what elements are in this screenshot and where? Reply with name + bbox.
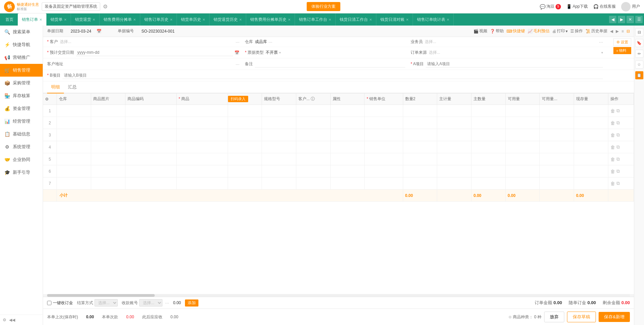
sidebar-item-quick-nav[interactable]: ⚡ 快捷导航 [0, 38, 43, 51]
delete-icon-1[interactable]: 🗑 [610, 108, 615, 114]
user-avatar[interactable]: 用户 [621, 2, 640, 11]
print-btn[interactable]: 🖨 打印 ▾ [552, 28, 568, 34]
sidebar-settings-btn[interactable]: ⚙ [3, 318, 6, 322]
delete-icon-4[interactable]: 🗑 [610, 145, 615, 150]
discard-btn[interactable]: 放弃 [544, 312, 564, 322]
tab-daily-reconcile[interactable]: 钱货日清对账 ✕ [376, 13, 413, 26]
system-title[interactable]: 装备及固定资产辅助管理系统 [42, 2, 100, 11]
calendar-icon-2[interactable]: 📅 [234, 50, 239, 55]
b-project-input[interactable] [63, 72, 603, 79]
prev-btn[interactable]: ◀ [610, 29, 613, 34]
delete-icon-5[interactable]: 🗑 [610, 157, 615, 162]
delete-icon-3[interactable]: 🗑 [610, 132, 615, 138]
copy-icon-4[interactable]: ⧉ [616, 144, 620, 150]
save-new-btn[interactable]: 保存&新增 [599, 312, 630, 322]
sidebar-item-operation[interactable]: 📊 经营管理 [0, 115, 43, 128]
calendar-icon[interactable]: 📅 [97, 29, 102, 34]
tab-return-history[interactable]: 销货退货历史 ✕ [210, 13, 246, 26]
invoice-dropdown-icon[interactable]: ▾ [279, 51, 281, 54]
tab-cost-split[interactable]: 销售费用分摊单 ✕ [100, 13, 140, 26]
tab-invoice-history[interactable]: 销货单历史 ✕ [177, 13, 210, 26]
footer-add-btn[interactable]: 添加 [185, 299, 198, 307]
sidebar-item-guide[interactable]: 🎓 新手引导 [0, 166, 43, 179]
next-btn[interactable]: ▶ [616, 29, 619, 34]
delete-icon-7[interactable]: 🗑 [610, 181, 615, 186]
sidebar-item-finance[interactable]: 💰 资金管理 [0, 102, 43, 115]
nav-prev-btn[interactable]: ◀ [609, 16, 616, 23]
copy-icon-5[interactable]: ⧉ [616, 156, 620, 162]
tab-summary[interactable]: 汇总 [64, 81, 81, 93]
customer-more-btn[interactable]: ··· [235, 39, 239, 45]
tab-close-sales-order[interactable]: ✕ [39, 18, 42, 22]
one-click-checkbox[interactable] [47, 301, 51, 305]
staff-more-btn[interactable]: ··· [599, 39, 603, 45]
help-btn[interactable]: ❓ 帮助 [490, 28, 504, 34]
sidebar-item-marketing[interactable]: 📢 营销推广 [0, 51, 43, 64]
nav-more-btn[interactable]: ☰ [635, 16, 643, 23]
right-icon-3[interactable]: ✏ [635, 50, 643, 58]
right-icon-5[interactable]: 📋 [635, 71, 643, 79]
tab-cost-history[interactable]: 销售费用分摊单历史 ✕ [246, 13, 295, 26]
staff-input[interactable]: 选择... [425, 39, 598, 45]
receipt-more-btn[interactable]: ··· [165, 300, 169, 306]
tab-close-workbench[interactable]: ✕ [329, 18, 331, 22]
settlement-select[interactable]: 选择... [94, 299, 118, 307]
tab-close-daily-workbench[interactable]: ✕ [369, 18, 372, 22]
order-source-input[interactable]: 选择... [429, 50, 600, 55]
copy-icon-3[interactable]: ⧉ [616, 132, 620, 138]
tab-sales-order[interactable]: 销售订单 ✕ [18, 13, 46, 26]
tab-detail[interactable]: 明细 [47, 81, 64, 93]
copy-icon-7[interactable]: ⧉ [616, 180, 620, 186]
settings-icon[interactable]: ⚙ [103, 3, 108, 10]
add-product-btn[interactable]: + 物料 [613, 47, 631, 54]
copy-icon-6[interactable]: ⧉ [616, 168, 620, 174]
message-icon[interactable]: 💬 淘豆 9 [540, 4, 561, 9]
save-draft-btn[interactable]: 保存草稿 [567, 312, 596, 322]
copy-icon-1[interactable]: ⧉ [616, 108, 620, 114]
tab-close-return[interactable]: ✕ [92, 18, 95, 22]
right-icon-1[interactable]: ⊟ [635, 28, 643, 36]
tab-close-return-history[interactable]: ✕ [239, 18, 242, 22]
th-settings[interactable]: ⚙ [43, 93, 57, 105]
warehouse-more-btn[interactable]: ··· [268, 39, 272, 45]
sidebar-item-cooperation[interactable]: 🤝 企业协同 [0, 153, 43, 166]
sidebar-item-sys[interactable]: ⚙ 系统管理 [0, 140, 43, 153]
operations-btn[interactable]: ☰ 操作 [570, 28, 583, 34]
profit-btn[interactable]: 📈 毛利预估 [528, 28, 550, 34]
sidebar-collapse-btn[interactable]: ◀◀ [9, 318, 15, 322]
address-more-btn[interactable]: ··· [235, 62, 239, 67]
list-view-btn[interactable]: ⊟ [627, 29, 630, 34]
tab-sales-invoice[interactable]: 销货单 ✕ [46, 13, 71, 26]
nav-next-btn[interactable]: ▶ [618, 16, 625, 23]
tab-close-invoice[interactable]: ✕ [64, 18, 67, 22]
sidebar-item-purchase[interactable]: 📦 采购管理 [0, 77, 43, 89]
tab-close-cost-split[interactable]: ✕ [133, 18, 136, 22]
sidebar-item-basic[interactable]: 📋 基础信息 [0, 128, 43, 140]
sidebar-item-inventory[interactable]: 🏪 库存核算 [0, 89, 43, 102]
tab-close-daily-reconcile[interactable]: ✕ [406, 18, 409, 22]
sidebar-item-sales[interactable]: 🛒 销售管理 [0, 64, 43, 77]
right-icon-4[interactable]: ☆ [635, 60, 643, 69]
receipt-select[interactable]: 选择... [139, 299, 162, 307]
scan-btn[interactable]: 扫码录入 [228, 96, 248, 102]
tab-order-workbench[interactable]: 销售订单工作台 ✕ [295, 13, 336, 26]
right-icon-2[interactable]: 🔖 [635, 39, 643, 47]
grid-view-btn[interactable]: ≡ [621, 29, 624, 34]
tab-close-order-history[interactable]: ✕ [170, 18, 173, 22]
view-btn[interactable]: 🎬 视频 [473, 28, 487, 34]
tab-close-invoice-history[interactable]: ✕ [202, 18, 205, 22]
order-source-dropdown-icon[interactable]: ▾ [601, 51, 603, 54]
delivery-input[interactable] [76, 49, 233, 56]
delete-icon-6[interactable]: 🗑 [610, 169, 615, 174]
tab-close-stats[interactable]: ✕ [447, 18, 449, 22]
tab-order-history[interactable]: 销售订单历史 ✕ [140, 13, 177, 26]
tab-sales-return[interactable]: 销货退货 ✕ [71, 13, 100, 26]
a-project-input[interactable] [426, 60, 603, 68]
trial-btn[interactable]: 体验行业方案 [307, 2, 340, 11]
tab-close-cost-history[interactable]: ✕ [288, 18, 291, 22]
history-btn[interactable]: 📜 历史单据 [585, 28, 607, 34]
online-service[interactable]: 🎧 在线客服 [593, 4, 616, 9]
scrollbar-thumb[interactable] [47, 294, 155, 297]
customer-input[interactable]: 选择... [60, 39, 234, 45]
delete-icon-2[interactable]: 🗑 [610, 120, 615, 126]
